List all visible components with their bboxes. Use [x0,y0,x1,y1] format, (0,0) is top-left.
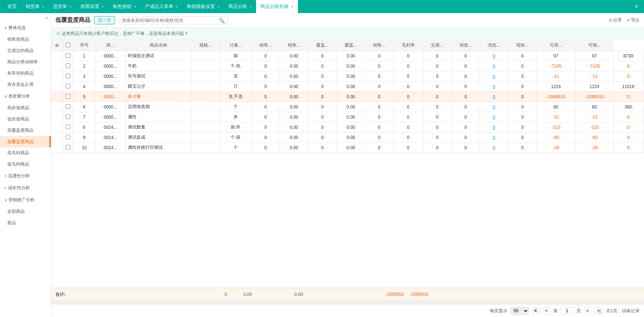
table-cell: -28 [575,143,614,153]
nav-item-permission[interactable]: 权限设置 × [76,0,108,13]
search-icon[interactable]: 🔍 [219,17,225,23]
table-cell: 0.00 [280,51,308,61]
table-cell: 0000... [95,51,125,61]
select-all-checkbox[interactable] [66,43,70,47]
table-cell: 0 [451,82,480,92]
table-cell [51,102,63,112]
total-info: 共1页，10条记录 [606,308,640,314]
sidebar-item-low-margin[interactable]: 低毛利商品 [0,159,51,170]
search-input[interactable] [122,18,217,23]
col-settings[interactable]: ⚙ [51,40,63,51]
flow-arrow-icon: > [4,174,7,178]
nav-close-template[interactable]: × [217,0,219,13]
first-page-button[interactable]: K [532,307,540,314]
page-suffix: 页 [577,308,581,314]
table-cell: 0: [614,143,644,153]
sidebar-item-high-margin[interactable]: 高毛利商品 [0,147,51,159]
filter-period-button[interactable]: 近一月 [94,16,115,24]
sidebar-item-all-goods[interactable]: 全部商品 [0,206,51,217]
nav-close-sales[interactable]: × [42,0,44,13]
nav-item-product-analysis-list[interactable]: 商品分析列表 × [256,0,298,13]
table-cell: 0.00 [280,92,308,102]
nav-item-finished-goods[interactable]: 产成品入库单 × [141,0,182,13]
nav-close-product-analysis-list[interactable]: × [291,0,293,13]
table-cell: 0 [480,122,508,132]
next-page-button[interactable]: > [584,307,592,314]
col-spec: 规格... [191,40,220,51]
table-cell [63,61,73,71]
nav-close-role[interactable]: × [134,0,136,13]
table-cell: 0 [423,51,451,61]
table-cell: 0 [423,102,451,112]
table-cell: 0 [308,112,337,122]
table-cell: 0.00 [337,92,365,102]
footer-spacer3 [310,290,382,298]
table-cell: 0.00 [280,122,308,132]
export-button[interactable]: ↗ 导出 [626,17,640,23]
table-cell [63,92,73,102]
table-cell: 0000... [95,102,125,112]
table-cell: 0: [614,112,644,122]
info-banner: ☆ 这类商品只有很少客户购买过，是推广不够，还是商品本身问题？ [51,28,644,40]
table-cell: 0 [251,71,280,82]
table-cell: 0 [393,122,423,132]
sidebar-item-category-rate[interactable]: 商品分类动销率 [0,56,51,68]
table-cell: 8 [73,122,95,132]
footer-cells: 0 0.00 0.00 -1095554 -1095554 [73,290,640,298]
sidebar-item-low-coverage[interactable]: 低覆盖度商品 [0,136,51,147]
table-cell: 0 [451,51,480,61]
last-page-button[interactable]: >| [594,307,603,314]
sidebar-section-quality[interactable]: ∨ 类群量分析 [0,90,51,102]
table-cell: 0 [423,71,451,82]
sidebar-item-traded-goods[interactable]: 交易过的商品 [0,45,51,56]
sidebar-item-sales-goods[interactable]: 销售类商品 [0,34,51,45]
table-cell: -7105 [575,61,614,71]
table-area: ⚙ 序号 商... 商品名称 规格... 计量... 销售... 销售... 覆… [51,40,644,288]
table-cell [191,92,220,102]
sidebar-item-high-coverage[interactable]: 高覆盖度商品 [0,125,51,136]
table-cell: -28 [537,143,575,153]
footer-sales-amt: 0.00 [237,290,259,298]
table-cell: -210 [575,122,614,132]
page-title: 低覆盖度商品 [55,16,90,24]
nav-item-role[interactable]: 角色授权 × [108,0,140,13]
prev-page-button[interactable]: < [543,307,550,314]
nav-item-product-analysis[interactable]: 商品分析 × [224,0,256,13]
table-cell: 0024... [95,143,125,153]
col-check[interactable] [63,40,73,51]
sidebar-section-promo[interactable]: ∨ 营销推广分析 [0,194,51,206]
table-cell: -60 [537,132,575,143]
table-cell: 0 [480,51,508,61]
sidebar-collapse-button[interactable]: « [0,13,51,22]
share-button[interactable]: ⎘ 分享 [609,17,622,23]
nav-close-finished-goods[interactable]: × [176,0,178,13]
table-cell: 多计量 [125,92,191,102]
page-label: 第 [553,308,558,314]
table-cell: 0 [451,92,480,102]
sidebar-item-stock-goods[interactable]: 有库存的商品 [0,68,51,79]
nav-close-purchase[interactable]: × [69,0,71,13]
sidebar-item-stock-fund[interactable]: 库存资金占用 [0,79,51,90]
table-cell [63,122,73,132]
page-number-input[interactable] [561,307,574,314]
table-cell: 0 [365,112,393,122]
col-trade: 浏览... [451,40,480,51]
nav-item-purchase[interactable]: 进货单 × [48,0,76,13]
table-cell: 只 [220,82,251,92]
nav-item-home[interactable]: 首页 [3,0,21,13]
nav-close-permission[interactable]: × [102,0,104,13]
sidebar-section-growth[interactable]: > 成长性分析 [0,182,51,194]
sidebar-item-high-value[interactable]: 高价值商品 [0,102,51,114]
nav-close-product-analysis[interactable]: × [250,0,252,13]
sidebar-section-overall[interactable]: ∨ 整体信息 [0,22,51,34]
nav-item-template[interactable]: 单据模板设置 × [182,0,224,13]
table-cell: 1224 [575,82,614,92]
table-cell: 启用保质期 [125,102,191,112]
per-page-select[interactable]: 50 20 100 [510,307,529,315]
horizontal-scrollbar[interactable] [51,301,644,304]
sidebar-item-new-goods[interactable]: 新品 [0,217,51,229]
sidebar-item-low-value[interactable]: 低价值商品 [0,114,51,125]
nav-item-sales[interactable]: 销货单 × [21,0,48,13]
window-close-button[interactable]: × [632,3,641,10]
sidebar-section-flow[interactable]: > 流通性分析 [0,170,51,182]
